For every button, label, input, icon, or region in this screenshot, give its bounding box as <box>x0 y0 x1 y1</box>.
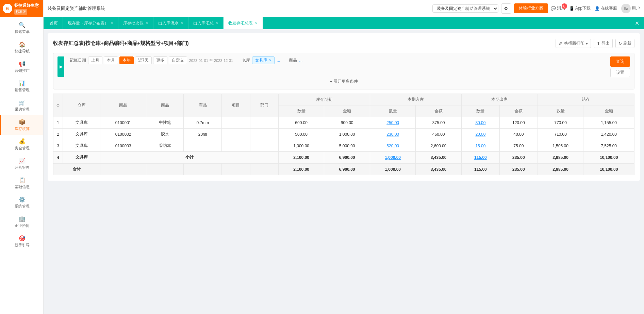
tab-batch[interactable]: 库存批次账 ✕ <box>118 17 153 29</box>
tab-inventory-dist[interactable]: 现存量（库存分布表） ✕ <box>63 17 118 29</box>
filter-actions: 查询 设置 <box>610 56 630 77</box>
app-download-button[interactable]: 📱 App下载 <box>569 5 591 11</box>
sidebar-item-finance[interactable]: 💰 资金管理 <box>0 135 43 154</box>
total-in-amt: 3,435.00 <box>416 163 462 175</box>
operation-icon: 📈 <box>19 158 26 164</box>
sidebar-item-search[interactable]: 🔍 搜索菜单 <box>0 18 43 38</box>
sidebar-label-system: 系统管理 <box>15 204 30 209</box>
row-in-qty[interactable]: 230.00 <box>370 129 416 140</box>
settings-button[interactable]: ⚙ <box>501 3 511 14</box>
tab-recv-send-close[interactable]: ✕ <box>255 21 258 25</box>
subtotal-in-qty[interactable]: 1,000.00 <box>370 152 416 164</box>
row-in-qty[interactable]: 520.00 <box>370 140 416 152</box>
table-footer: 合计 2,100.00 6,900.00 1,000.00 3,435.00 1… <box>53 163 634 175</box>
sidebar-label-search: 搜索菜单 <box>15 29 30 34</box>
col-in-header: 本期入库 <box>370 94 461 105</box>
sidebar-item-guide[interactable]: 🎯 新手引导 <box>0 232 43 251</box>
warehouse-filter-label: 仓库 <box>242 57 250 63</box>
warehouse-tag-close[interactable]: ✕ <box>269 59 271 62</box>
user-area[interactable]: Ea 用户 <box>621 4 640 13</box>
top-header: 装备及固定资产辅助管理系统 装备及固定资产辅助管理系统 ⚙ 体验行业方案 💬 消… <box>44 0 644 17</box>
print-button[interactable]: 🖨 换横版打印 ▾ <box>556 39 591 48</box>
table-row: 2 文具库 0100002 胶水 20ml 500.00 1,000.00 23… <box>53 129 634 140</box>
col-in-qty-header: 数量 <box>370 105 416 117</box>
sidebar-item-purchase[interactable]: 🛒 采购管理 <box>0 96 43 115</box>
row-goods-code: 0100001 <box>100 117 146 129</box>
setting-button[interactable]: 设置 <box>610 68 630 77</box>
col-out-qty-header: 数量 <box>461 105 499 117</box>
message-badge: 6 <box>562 3 567 9</box>
app-download-icon: 📱 <box>569 6 574 11</box>
system-selector[interactable]: 装备及固定资产辅助管理系统 <box>432 4 498 13</box>
refresh-button[interactable]: ↻ 刷新 <box>615 39 634 48</box>
sidebar-item-inventory[interactable]: 📦 库存核算 <box>0 115 43 135</box>
total-label: 合计 <box>53 163 100 175</box>
tab-inventory-dist-close[interactable]: ✕ <box>111 21 113 25</box>
row-bal-amt: 7,525.00 <box>583 140 634 152</box>
row-project <box>222 117 250 129</box>
row-out-qty[interactable]: 20.00 <box>461 129 499 140</box>
sidebar-item-operation[interactable]: 📈 经营管理 <box>0 154 43 173</box>
row-goods-code: 0100003 <box>100 140 146 152</box>
row-dept <box>250 129 278 140</box>
page-title: 收发存汇总表(按仓库+商品编码+商品+规格型号+项目+部门) <box>53 40 189 47</box>
total-placeholder-3 <box>184 163 222 175</box>
home-icon: 🏠 <box>19 41 26 48</box>
sidebar-item-enterprise[interactable]: 🏢 企业协同 <box>0 212 43 232</box>
col-bal-qty-header: 数量 <box>538 105 583 117</box>
tab-home[interactable]: 首页 <box>45 17 63 29</box>
tab-home-label: 首页 <box>50 20 58 26</box>
tab-summary-close[interactable]: ✕ <box>216 21 218 25</box>
query-button[interactable]: 查询 <box>610 56 630 67</box>
pill-last-month[interactable]: 上月 <box>88 56 102 64</box>
tab-flow[interactable]: 出入库流水 ✕ <box>153 17 188 29</box>
print-label: 换横版打印 <box>564 40 584 46</box>
total-placeholder-2 <box>146 163 183 175</box>
col-goods-name-header: 商品 <box>146 94 183 117</box>
tab-summary-label: 出入库汇总 <box>193 20 214 26</box>
tab-summary[interactable]: 出入库汇总 ✕ <box>188 17 224 29</box>
subtotal-open-amt: 6,900.00 <box>324 152 370 164</box>
pill-more[interactable]: 更多 <box>153 56 167 64</box>
pill-7days[interactable]: 近7天 <box>135 56 152 64</box>
row-goods-spec: 0.7mm <box>184 117 222 129</box>
tab-recv-send[interactable]: 收发存汇总表 ✕ <box>224 17 263 29</box>
close-all-tabs[interactable]: ✕ <box>631 20 643 27</box>
search-icon: 🔍 <box>19 22 26 28</box>
online-service-button[interactable]: 👤 在线客服 <box>595 5 617 11</box>
row-open-qty: 600.00 <box>278 117 324 129</box>
message-button[interactable]: 💬 消息 6 <box>551 5 565 11</box>
row-open-amt: 1,000.00 <box>324 129 370 140</box>
row-open-qty: 1,000.00 <box>278 140 324 152</box>
sidebar-item-sales[interactable]: 📊 销售管理 <box>0 77 43 96</box>
sidebar-item-basic[interactable]: 📋 基础信息 <box>0 173 43 193</box>
col-settings[interactable]: ⚙ <box>53 94 63 117</box>
warehouse-more[interactable]: ... <box>277 58 280 63</box>
goods-more[interactable]: ... <box>299 58 302 63</box>
tab-flow-close[interactable]: ✕ <box>181 21 183 25</box>
col-goods-code-header: 商品 <box>100 94 146 117</box>
pill-custom[interactable]: 自定义 <box>169 56 187 64</box>
row-no: 1 <box>53 117 63 129</box>
row-out-qty[interactable]: 15.00 <box>461 140 499 152</box>
header-right: 💬 消息 6 📱 App下载 👤 在线客服 Ea 用户 <box>551 4 640 13</box>
tab-batch-close[interactable]: ✕ <box>146 21 148 25</box>
row-goods-name: 胶水 <box>146 129 183 140</box>
subtotal-out-qty[interactable]: 115.00 <box>461 152 499 164</box>
pill-this-month[interactable]: 本月 <box>104 56 118 64</box>
refresh-label: 刷新 <box>623 40 631 46</box>
trial-button[interactable]: 体验行业方案 <box>514 3 548 13</box>
sidebar-item-quick-nav[interactable]: 🏠 快捷导航 <box>0 38 43 57</box>
row-in-qty[interactable]: 250.00 <box>370 117 416 129</box>
row-bal-qty: 770.00 <box>538 117 583 129</box>
filter-content: 记账日期 上月 本月 本年 近7天 更多 自定义 2023-01-01 至 20… <box>70 56 608 66</box>
column-settings-icon[interactable]: ⚙ <box>56 103 60 108</box>
export-button[interactable]: ⬆ 导出 <box>594 39 613 48</box>
filter-toggle-btn[interactable]: ▶ <box>57 56 64 77</box>
row-out-qty[interactable]: 80.00 <box>461 117 499 129</box>
expand-conditions-btn[interactable]: ▾ 展开更多条件 <box>330 79 358 84</box>
pill-this-year[interactable]: 本年 <box>119 56 134 64</box>
tab-batch-label: 库存批次账 <box>123 20 144 26</box>
sidebar-item-system[interactable]: ⚙️ 系统管理 <box>0 193 43 212</box>
sidebar-item-marketing[interactable]: 📢 营销推广 <box>0 57 43 77</box>
